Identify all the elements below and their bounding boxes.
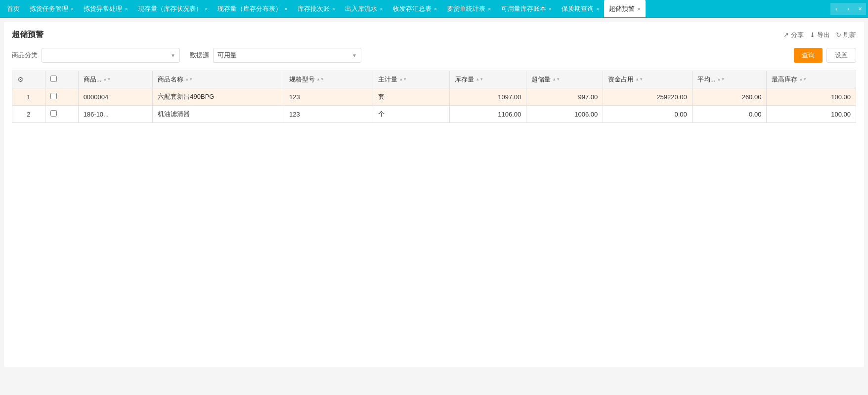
row-product-code: 0000004 — [78, 88, 153, 106]
nav-tab-home-label: 首页 — [7, 4, 20, 13]
nav-tab-overstock-label: 超储预警 — [609, 4, 635, 13]
nav-tab-available-stock-label: 可用量库存账本 — [501, 4, 546, 13]
stock-sort-icon: ▲▼ — [476, 78, 483, 81]
page-title: 超储预警 — [12, 30, 43, 40]
table-header-row: ⚙ 商品... ▲▼ 商品名称 ▲▼ — [12, 71, 856, 88]
nav-tab-stock-dist[interactable]: 现存量（库存分布表） × — [213, 0, 292, 17]
row-capital: 259220.00 — [603, 88, 692, 106]
row-num-cell: 2 — [12, 106, 45, 123]
export-icon: ⤓ — [810, 31, 815, 39]
row-spec: 123 — [284, 88, 373, 106]
spec-sort-icon: ▲▼ — [316, 78, 324, 81]
data-table: ⚙ 商品... ▲▼ 商品名称 ▲▼ — [12, 71, 856, 123]
nav-tab-batch[interactable]: 库存批次账 × — [293, 0, 340, 17]
export-button[interactable]: ⤓ 导出 — [810, 31, 830, 40]
table-header-product-name: 商品名称 ▲▼ — [153, 71, 284, 88]
nav-tab-stock-status-close[interactable]: × — [205, 6, 208, 12]
over-stock-header-label: 超储量 — [531, 75, 551, 84]
nav-tab-order-stats[interactable]: 要货单统计表 × — [442, 0, 496, 17]
nav-tab-available-stock-close[interactable]: × — [549, 6, 552, 12]
select-all-checkbox[interactable] — [50, 76, 57, 82]
nav-more-button[interactable]: × — [854, 3, 866, 15]
nav-tab-shelf-life[interactable]: 保质期查询 × — [557, 0, 604, 17]
nav-tab-summary-label: 收发存汇总表 — [393, 4, 432, 13]
gear-icon[interactable]: ⚙ — [17, 76, 24, 83]
product-name-sort-icon: ▲▼ — [185, 78, 193, 81]
table-header-checkbox — [45, 71, 78, 88]
nav-tab-pick-exception[interactable]: 拣货异常处理 × — [79, 0, 132, 17]
nav-tab-batch-label: 库存批次账 — [298, 4, 330, 13]
nav-tab-overstock-close[interactable]: × — [637, 6, 640, 12]
nav-tab-home[interactable]: 首页 — [2, 0, 25, 17]
product-code-header-label: 商品... — [84, 75, 102, 84]
nav-tab-overstock[interactable]: 超储预警 × — [604, 0, 645, 17]
over-stock-sort-icon: ▲▼ — [552, 78, 560, 81]
table-header-spec: 规格型号 ▲▼ — [284, 71, 373, 88]
nav-tab-pick-task[interactable]: 拣货任务管理 × — [25, 0, 79, 17]
table-header-capital: 资金占用 ▲▼ — [603, 71, 692, 88]
refresh-button[interactable]: ↻ 刷新 — [836, 31, 856, 40]
nav-tab-pick-task-close[interactable]: × — [71, 6, 74, 12]
nav-tab-order-stats-close[interactable]: × — [488, 6, 491, 12]
capital-header-label: 资金占用 — [608, 75, 634, 84]
avg-sort[interactable]: 平均... ▲▼ — [697, 75, 762, 84]
datasource-select-chevron: ▼ — [352, 53, 357, 58]
unit-header-label: 主计量 — [378, 75, 397, 84]
datasource-select[interactable]: 可用量 ▼ — [213, 48, 361, 63]
nav-tab-shelf-life-label: 保质期查询 — [562, 4, 594, 13]
table-header-over-stock: 超储量 ▲▼ — [526, 71, 603, 88]
max-stock-sort[interactable]: 最高库存 ▲▼ — [772, 75, 851, 84]
table-header-avg: 平均... ▲▼ — [692, 71, 767, 88]
table-row: 1 0000004 六配套新昌490BPG 123 套 1097.00 997.… — [12, 88, 856, 106]
nav-tab-shelf-life-close[interactable]: × — [596, 6, 599, 12]
over-stock-sort[interactable]: 超储量 ▲▼ — [531, 75, 598, 84]
query-button[interactable]: 查询 — [794, 48, 823, 63]
row-product-name: 六配套新昌490BPG — [153, 88, 284, 106]
refresh-icon: ↻ — [836, 31, 841, 39]
share-label: 分享 — [791, 31, 804, 40]
unit-sort[interactable]: 主计量 ▲▼ — [378, 75, 444, 84]
row-stock: 1097.00 — [450, 88, 526, 106]
row-checkbox[interactable] — [50, 93, 57, 99]
row-checkbox[interactable] — [50, 110, 57, 117]
row-max-stock: 100.00 — [767, 88, 856, 106]
row-over-stock: 1006.00 — [526, 106, 603, 123]
export-label: 导出 — [817, 31, 830, 40]
max-stock-header-label: 最高库存 — [772, 75, 797, 84]
stock-sort[interactable]: 库存量 ▲▼ — [455, 75, 521, 84]
category-select[interactable]: ▼ — [42, 48, 180, 63]
setting-button[interactable]: 设置 — [826, 48, 856, 63]
capital-sort-icon: ▲▼ — [635, 78, 643, 81]
nav-prev-button[interactable]: ‹ — [830, 3, 842, 15]
nav-tab-inout-flow-label: 出入库流水 — [345, 4, 377, 13]
spec-header-label: 规格型号 — [289, 75, 315, 84]
nav-tab-pick-task-label: 拣货任务管理 — [30, 4, 68, 13]
row-spec: 123 — [284, 106, 373, 123]
nav-tab-pick-exception-close[interactable]: × — [125, 6, 128, 12]
nav-tab-order-stats-label: 要货单统计表 — [447, 4, 485, 13]
top-navigation: 首页 拣货任务管理 × 拣货异常处理 × 现存量（库存状况表） × 现存量（库存… — [0, 0, 868, 18]
unit-sort-icon: ▲▼ — [399, 78, 407, 81]
product-code-sort-icon: ▲▼ — [103, 78, 111, 81]
product-name-sort[interactable]: 商品名称 ▲▼ — [158, 75, 279, 84]
row-num-cell: 1 — [12, 88, 45, 106]
nav-next-button[interactable]: › — [842, 3, 854, 15]
nav-tab-inout-flow[interactable]: 出入库流水 × — [340, 0, 388, 17]
nav-tab-stock-dist-close[interactable]: × — [284, 6, 287, 12]
row-avg: 260.00 — [692, 88, 767, 106]
max-stock-sort-icon: ▲▼ — [799, 78, 807, 81]
share-icon: ↗ — [783, 31, 789, 39]
table-header-unit: 主计量 ▲▼ — [373, 71, 450, 88]
row-unit: 套 — [373, 88, 450, 106]
spec-sort[interactable]: 规格型号 ▲▼ — [289, 75, 368, 84]
product-code-sort[interactable]: 商品... ▲▼ — [84, 75, 148, 84]
avg-header-label: 平均... — [697, 75, 716, 84]
nav-tab-stock-status[interactable]: 现存量（库存状况表） × — [133, 0, 213, 17]
share-button[interactable]: ↗ 分享 — [783, 31, 804, 40]
nav-tab-inout-flow-close[interactable]: × — [380, 6, 383, 12]
nav-tab-batch-close[interactable]: × — [332, 6, 335, 12]
nav-tab-summary[interactable]: 收发存汇总表 × — [388, 0, 442, 17]
nav-tab-available-stock[interactable]: 可用量库存账本 × — [496, 0, 557, 17]
nav-tab-summary-close[interactable]: × — [434, 6, 437, 12]
capital-sort[interactable]: 资金占用 ▲▼ — [608, 75, 687, 84]
